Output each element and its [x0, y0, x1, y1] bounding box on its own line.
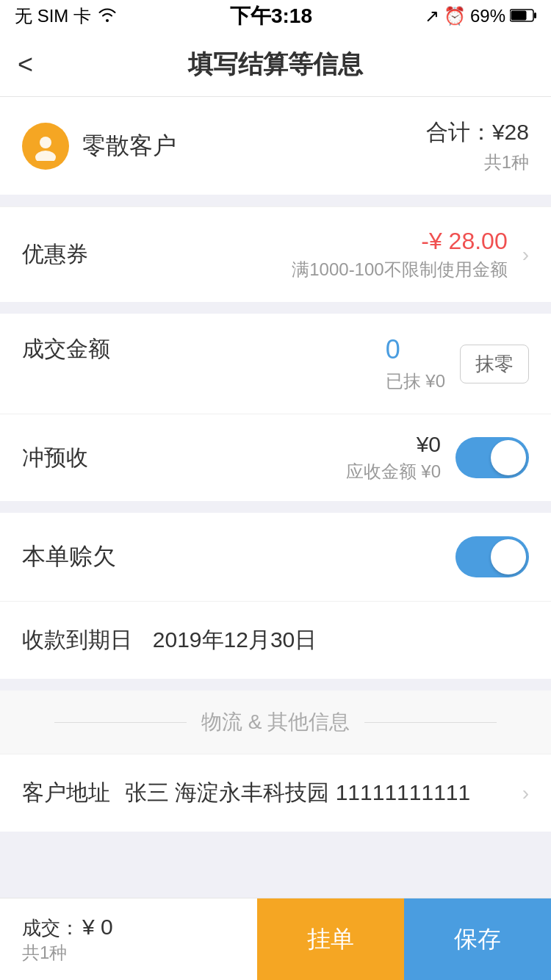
- hang-button[interactable]: 挂单: [257, 898, 404, 980]
- logistics-title: 物流 & 其他信息: [22, 708, 529, 736]
- address-row[interactable]: 客户地址 张三 海淀永丰科技园 11111111111 ›: [0, 754, 551, 832]
- bottom-count: 共1种: [22, 941, 235, 965]
- logistics-header: 物流 & 其他信息: [0, 691, 551, 754]
- deal-sub: 已抹 ¥0: [386, 370, 445, 393]
- alarm-icon: ⏰: [444, 6, 466, 26]
- advance-row: 冲预收 ¥0 应收金额 ¥0: [0, 414, 551, 501]
- coupon-chevron: ›: [522, 243, 529, 267]
- debt-section: 本单赊欠 收款到期日 2019年12月30日: [0, 513, 551, 679]
- deal-right: 0 已抹 ¥0 抹零: [386, 334, 529, 393]
- deal-amount-label: 成交金额: [22, 334, 110, 364]
- status-right: ↗ ⏰ 69%: [425, 6, 536, 26]
- no-sim-label: 无 SIM 卡: [15, 4, 91, 28]
- battery-icon: [510, 6, 536, 26]
- coupon-row[interactable]: 优惠券 -¥ 28.00 满1000-100不限制使用金额 ›: [0, 206, 551, 302]
- svg-rect-1: [511, 11, 526, 21]
- debt-label: 本单赊欠: [22, 541, 116, 573]
- debt-toggle-knob: [491, 539, 526, 574]
- advance-value: ¥0: [346, 432, 441, 457]
- location-icon: ↗: [425, 6, 439, 26]
- address-chevron: ›: [522, 782, 529, 805]
- debt-row: 本单赊欠: [0, 513, 551, 601]
- logistics-title-text: 物流 & 其他信息: [201, 708, 350, 736]
- address-value: 张三 海淀永丰科技园 11111111111: [125, 778, 522, 808]
- toggle-knob: [491, 440, 526, 475]
- status-left: 无 SIM 卡: [15, 4, 118, 28]
- customer-name: 零散客户: [82, 130, 176, 162]
- due-date-label: 收款到期日: [22, 627, 132, 652]
- total-count: 共1种: [426, 151, 529, 174]
- deal-value: 0: [386, 334, 445, 365]
- nav-bar: < 填写结算等信息: [0, 32, 551, 97]
- advance-toggle[interactable]: [455, 437, 529, 478]
- deal-value-wrap: 0 已抹 ¥0: [386, 334, 445, 393]
- customer-section: 零散客户 合计：¥28 共1种: [0, 97, 551, 195]
- bottom-bar: 成交： ¥ 0 共1种 挂单 保存: [0, 898, 551, 980]
- customer-row: 零散客户 合计：¥28 共1种: [0, 97, 551, 195]
- bottom-deal-label: 成交：: [22, 915, 79, 941]
- coupon-sub: 满1000-100不限制使用金额: [292, 258, 507, 281]
- logistics-section: 物流 & 其他信息 客户地址 张三 海淀永丰科技园 11111111111 ›: [0, 691, 551, 832]
- coupon-value: -¥ 28.00: [292, 228, 507, 255]
- advance-sub: 应收金额 ¥0: [346, 460, 441, 483]
- wifi-icon: [97, 6, 118, 26]
- customer-left: 零散客户: [22, 123, 176, 170]
- advance-value-wrap: ¥0 应收金额 ¥0: [346, 432, 441, 483]
- debt-toggle[interactable]: [455, 536, 529, 577]
- customer-total: 合计：¥28 共1种: [426, 118, 529, 174]
- bottom-info: 成交： ¥ 0 共1种: [0, 898, 257, 980]
- transaction-section: 成交金额 0 已抹 ¥0 抹零 冲预收 ¥0 应收金额 ¥0: [0, 314, 551, 501]
- main-content: 零散客户 合计：¥28 共1种 优惠券 -¥ 28.00 满1000-100不限…: [0, 97, 551, 932]
- round-zero-button[interactable]: 抹零: [460, 345, 529, 383]
- bottom-deal-line: 成交： ¥ 0: [22, 915, 235, 941]
- advance-label: 冲预收: [22, 443, 88, 473]
- due-date-value: 2019年12月30日: [153, 627, 317, 652]
- back-button[interactable]: <: [18, 49, 33, 80]
- deal-amount-row: 成交金额 0 已抹 ¥0 抹零: [0, 314, 551, 414]
- address-label: 客户地址: [22, 778, 110, 808]
- battery-label: 69%: [470, 6, 505, 26]
- status-bar: 无 SIM 卡 下午3:18 ↗ ⏰ 69%: [0, 0, 551, 32]
- customer-avatar: [22, 123, 69, 170]
- svg-point-4: [35, 151, 56, 161]
- svg-point-3: [40, 137, 51, 148]
- save-button[interactable]: 保存: [404, 898, 551, 980]
- status-time: 下午3:18: [230, 2, 312, 30]
- coupon-value-wrap: -¥ 28.00 满1000-100不限制使用金额: [292, 228, 507, 281]
- coupon-section: 优惠券 -¥ 28.00 满1000-100不限制使用金额 ›: [0, 206, 551, 302]
- page-title: 填写结算等信息: [188, 48, 363, 82]
- coupon-right: -¥ 28.00 满1000-100不限制使用金额 ›: [292, 228, 529, 281]
- coupon-label: 优惠券: [22, 239, 88, 270]
- total-amount: 合计：¥28: [426, 118, 529, 148]
- bottom-deal-value: ¥ 0: [82, 915, 113, 940]
- svg-rect-2: [534, 12, 536, 18]
- advance-right: ¥0 应收金额 ¥0: [346, 432, 529, 483]
- due-date-row: 收款到期日 2019年12月30日: [0, 601, 551, 679]
